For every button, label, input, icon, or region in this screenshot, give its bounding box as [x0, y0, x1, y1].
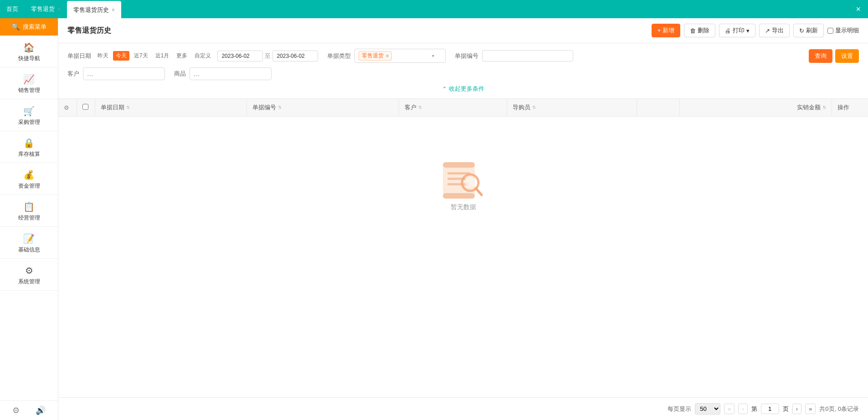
- system-icon: ⚙: [25, 265, 33, 276]
- page-first-button[interactable]: «: [724, 404, 734, 414]
- collapse-up-icon: ⌃: [442, 86, 447, 92]
- bill-date-label: 单据日期: [67, 52, 91, 60]
- query-button[interactable]: 查询: [809, 49, 832, 63]
- th-action: 操作: [832, 99, 868, 117]
- customer-dots: ...: [87, 70, 93, 78]
- th-spacer: [637, 99, 679, 117]
- inventory-icon: 🔒: [23, 138, 35, 149]
- sidebar-item-basic-info[interactable]: 📝 基础信息: [0, 227, 58, 259]
- export-button[interactable]: ↗ 导出: [759, 24, 790, 37]
- pagination-bar: 每页显示 50 100 200 « ‹ 第 页 › » 共0页, 0条记录: [58, 397, 868, 420]
- sidebar-item-finance[interactable]: 💰 资金管理: [0, 163, 58, 195]
- page-number-input[interactable]: [761, 404, 779, 414]
- page-next-button[interactable]: ›: [792, 404, 801, 414]
- finance-icon: 💰: [23, 169, 35, 180]
- bill-type-tag: 零售退货 ×: [359, 51, 392, 61]
- goods-select[interactable]: ...: [190, 67, 272, 80]
- add-button[interactable]: + 新增: [652, 24, 680, 37]
- page-label: 第: [751, 405, 757, 413]
- date-from-input[interactable]: [217, 51, 263, 61]
- operation-icon: 📋: [23, 201, 35, 212]
- customer-sort-icon[interactable]: ⇅: [418, 105, 422, 110]
- date-btn-1month[interactable]: 近1月: [153, 51, 172, 61]
- filter-row-1: 单据日期 昨天 今天 近7天 近1月 更多 自定义 至: [67, 49, 859, 63]
- settings-footer-icon[interactable]: ⚙: [12, 405, 20, 415]
- date-btn-today[interactable]: 今天: [113, 51, 129, 61]
- bill-type-label: 单据类型: [327, 52, 351, 60]
- sidebar-search[interactable]: 🔍 搜索菜单: [0, 18, 58, 36]
- page-last-button[interactable]: »: [805, 404, 816, 414]
- filter-customer: 客户 ...: [67, 67, 165, 80]
- sidebar-item-basic-info-label: 基础信息: [18, 246, 40, 254]
- collapse-button[interactable]: ⌃ 收起更多条件: [442, 85, 484, 93]
- audio-footer-icon[interactable]: 🔊: [36, 405, 46, 415]
- bill-type-tag-close[interactable]: ×: [385, 53, 389, 59]
- th-bill-date: 单据日期 ⇅: [95, 99, 247, 117]
- date-btn-7days[interactable]: 近7天: [131, 51, 151, 61]
- page-prev-button[interactable]: ‹: [738, 404, 747, 414]
- sidebar-item-system[interactable]: ⚙ 系统管理: [0, 259, 58, 291]
- date-btn-custom[interactable]: 自定义: [192, 51, 214, 61]
- settings-button[interactable]: 设置: [835, 49, 859, 63]
- guide-sort-icon[interactable]: ⇅: [532, 105, 536, 110]
- tab-retail-return[interactable]: 零售退货 ×: [25, 0, 67, 18]
- amount-sort-icon[interactable]: ⇅: [822, 105, 826, 110]
- tab-retail-return-close[interactable]: ×: [57, 6, 61, 12]
- goods-label: 商品: [174, 70, 186, 78]
- tab-retail-return-label: 零售退货: [31, 5, 55, 13]
- sidebar-item-operation[interactable]: 📋 经营管理: [0, 195, 58, 227]
- th-guide: 导购员 ⇅: [507, 99, 637, 117]
- empty-state: 暂无数据: [58, 117, 868, 248]
- sidebar-item-quick-nav[interactable]: 🏠 快捷导航: [0, 36, 58, 67]
- show-detail-checkbox-label[interactable]: 显示明细: [827, 26, 859, 35]
- tab-retail-return-history[interactable]: 零售退货历史 ×: [67, 1, 121, 19]
- sidebar-item-operation-label: 经营管理: [18, 214, 40, 222]
- select-all-checkbox[interactable]: [82, 104, 88, 110]
- purchase-icon: 🛒: [23, 106, 35, 117]
- svg-line-7: [476, 188, 482, 195]
- tab-retail-return-history-label: 零售退货历史: [73, 6, 109, 14]
- sidebar-item-inventory-label: 库存核算: [18, 150, 40, 158]
- sidebar-item-inventory[interactable]: 🔒 库存核算: [0, 131, 58, 163]
- tab-home[interactable]: 首页: [0, 0, 25, 18]
- th-bill-date-label: 单据日期: [101, 103, 124, 112]
- th-amount: 实销金额 ⇅: [679, 99, 832, 117]
- bill-type-select[interactable]: 零售退货 × ▾: [354, 49, 446, 63]
- delete-button[interactable]: 🗑 删除: [684, 24, 715, 37]
- table-settings-icon[interactable]: ⚙: [64, 104, 69, 111]
- date-separator: 至: [265, 52, 271, 60]
- bill-number-input[interactable]: [482, 50, 573, 61]
- page-size-select[interactable]: 50 100 200: [695, 403, 720, 415]
- collapse-row: ⌃ 收起更多条件: [67, 85, 859, 93]
- date-range: 至: [217, 51, 318, 61]
- sidebar-search-label: 搜索菜单: [23, 23, 46, 31]
- date-btn-more[interactable]: 更多: [174, 51, 190, 61]
- th-bill-number: 单据编号 ⇅: [247, 99, 399, 117]
- bill-number-sort-icon[interactable]: ⇅: [278, 105, 282, 110]
- home-icon: 🏠: [23, 42, 35, 53]
- page-size-label: 每页显示: [668, 405, 691, 413]
- sales-icon: 📈: [23, 74, 35, 85]
- th-customer: 客户 ⇅: [399, 99, 507, 117]
- customer-select[interactable]: ...: [83, 67, 165, 80]
- page-unit: 页: [783, 405, 789, 413]
- refresh-button[interactable]: ↻ 刷新: [793, 24, 824, 37]
- print-button[interactable]: 🖨 打印 ▾: [719, 24, 755, 37]
- sidebar-item-sales[interactable]: 📈 销售管理: [0, 67, 58, 99]
- table-area: ⚙ 单据日期 ⇅ 单据编号: [58, 99, 868, 397]
- th-customer-label: 客户: [405, 103, 416, 112]
- date-btn-yesterday[interactable]: 昨天: [95, 51, 111, 61]
- window-close-button[interactable]: ×: [848, 5, 868, 14]
- show-detail-checkbox[interactable]: [827, 28, 833, 34]
- sidebar-item-purchase[interactable]: 🛒 采购管理: [0, 99, 58, 131]
- date-to-input[interactable]: [272, 51, 318, 61]
- svg-point-8: [465, 177, 476, 188]
- th-settings: ⚙: [58, 99, 77, 117]
- page-total-info: 共0页, 0条记录: [819, 405, 859, 413]
- data-table: ⚙ 单据日期 ⇅ 单据编号: [58, 99, 868, 248]
- bill-date-sort-icon[interactable]: ⇅: [126, 105, 130, 110]
- tab-retail-return-history-close[interactable]: ×: [112, 7, 115, 13]
- main-layout: 🔍 搜索菜单 🏠 快捷导航 📈 销售管理 🛒 采购管理 🔒 库存核算 💰 资金管…: [0, 18, 868, 420]
- basic-info-icon: 📝: [23, 233, 35, 244]
- th-amount-label: 实销金额: [797, 103, 821, 112]
